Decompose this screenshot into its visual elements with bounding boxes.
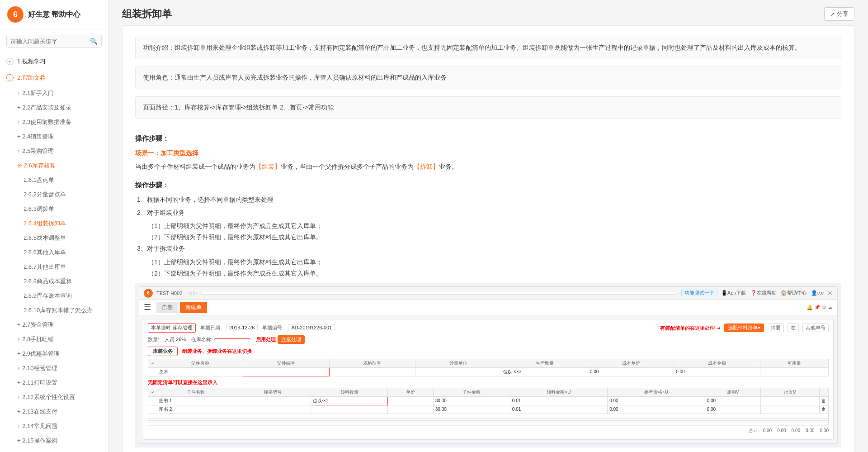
step-1: 1、根据不同的业务，选择不同单据的类型来处理 — [135, 194, 841, 205]
sidebar-item-partial-count[interactable]: 2.6.2分量盘点单 — [0, 187, 108, 202]
step-2-1: （1）上部明细为父件明细，最终作为产成品生成其它入库单； — [135, 220, 841, 232]
ss-annotation-no-bom: 无固定清单可以直接在这里录入 — [148, 379, 217, 386]
sidebar-item-other-in[interactable]: 2.6.6其他入库单 — [0, 245, 108, 260]
sidebar: 6 好生意 帮助中心 🔍 + 1.视频学习 − 2.帮助文档 + 2.1新手入门… — [0, 0, 108, 452]
ss-commit-btn[interactable]: 立案处理 — [278, 335, 305, 344]
ss-cell2-pick-amt: 0.01 — [510, 396, 607, 405]
sidebar-item-cost-recalc[interactable]: 2.6.8商品成本重算 — [0, 274, 108, 289]
ss-nav-arrows: ◁ ▷ — [188, 290, 196, 296]
ss-close-icon: ✕ — [827, 290, 833, 297]
sidebar-item-coupon[interactable]: + 2.9优惠券管理 — [0, 347, 108, 361]
ss-total-3: 0.00 — [792, 428, 800, 433]
sidebar-item-label: + 2.2产品安装及登录 — [17, 104, 71, 111]
sidebar-item-ledger-error[interactable]: 2.6.10库存账本错了怎么办 — [0, 303, 108, 318]
sidebar-item-docs[interactable]: − 2.帮助文档 — [0, 70, 108, 86]
sidebar-item-label: + 2.15操作案例 — [17, 437, 57, 444]
sidebar-item-ledger[interactable]: 2.6.9库存账本查询 — [0, 289, 108, 303]
ss-type-toggle-badge[interactable]: 库装业务 — [148, 347, 178, 356]
divider — [135, 126, 841, 126]
sidebar-item-payment[interactable]: + 2.13在线支付 — [0, 404, 108, 419]
ss-col-parent-name: 父件名称 — [157, 359, 243, 367]
ss-col-avail: 可用量 — [760, 359, 829, 367]
sidebar-item-print[interactable]: + 2.11打印设置 — [0, 376, 108, 390]
ss-lower-table-head: ✓ 子件名称 规格型号 领料数量 单价 子件金额 领料金额×U 参考价格×U 原 — [148, 388, 829, 396]
scenario1-desc: 当由多个子件材料组装成一个成品的业务为【组装】业务，当由一个父件拆分成多个子产品… — [135, 161, 841, 172]
step-3-2: （2）下部明细为子件明细，最终作为产成品生成其它入库单。 — [135, 268, 841, 279]
step-2-2: （2）下部明细为子件明细，最终作为原材料生成其它出库单。 — [135, 232, 841, 243]
step-2: 2、对于组装业务 — [135, 207, 841, 219]
share-button[interactable]: ↗ 分享 — [824, 7, 854, 21]
collapse-icon: − — [6, 74, 14, 81]
disassembly-link: 【拆卸】 — [414, 163, 439, 170]
ss-cell-cost-total: 0.00 — [674, 367, 760, 376]
path-text: 页面路径：1、库存核算->库存管理->组装拆卸单 2、首页->常用功能 — [143, 104, 334, 111]
ss-cell-check — [148, 367, 157, 376]
app-title: 好生意 帮助中心 — [28, 10, 80, 19]
ss-bom-btn[interactable]: 选配件料清单▾ — [724, 324, 764, 332]
ss-cell2-amt: 30.00 — [433, 396, 510, 405]
ss-warehouse-label: 仓库名称: — [191, 336, 212, 343]
ss-tab-new[interactable]: 新建单 — [180, 302, 207, 313]
sidebar-item-cost-adj[interactable]: 2.6.5成本调整单 — [0, 231, 108, 245]
sidebar-item-other-out[interactable]: 2.6.7其他出库单 — [0, 260, 108, 274]
ss-cell3-ref: 0.00 — [608, 405, 705, 414]
sidebar-item-label: ⊖ 2.6库存核算 — [17, 162, 56, 169]
ss-confirm-btn[interactable]: 其他单号 — [802, 324, 829, 332]
ss-cell2-ops: 🗑 — [820, 396, 829, 405]
ss-form-area: 本单据时 库存管理 单据日期: 2019-12-26 单据编号: AD-2019… — [139, 315, 837, 443]
ss-col-parent-no: 父件编号 — [243, 359, 329, 367]
assembly-link: 【组装】 — [255, 163, 281, 170]
ss-remark-btn[interactable]: 摘要 — [768, 324, 784, 332]
sidebar-item-cases[interactable]: + 2.15操作案例 — [0, 433, 108, 448]
sidebar-item-sales[interactable]: + 2.4销售管理 — [0, 129, 108, 144]
sidebar-item-settings[interactable]: + 2.12系统个性化设置 — [0, 390, 108, 404]
step-list: 1、根据不同的业务，选择不同单据的类型来处理 2、对于组装业务 （1）上部明细为… — [135, 194, 841, 279]
step-3-1: （1）上部明细为父件明细，最终作为原材料生成其它出库单； — [135, 257, 841, 268]
sidebar-item-label: 2.帮助文档 — [17, 74, 46, 82]
ss-cell-avail — [760, 367, 829, 376]
ss-col-check2: ✓ — [148, 388, 157, 396]
ss-cell3-name: 图书 2 — [157, 405, 234, 414]
sidebar-item-purchase[interactable]: + 2.5采购管理 — [0, 144, 108, 158]
ss-cell2-name: 图书 1 — [157, 396, 234, 405]
ss-date-value: 2019-12-26 — [226, 324, 258, 331]
intro-block: 功能介绍：组装拆卸单用来处理企业组装或拆卸等加工业务，支持有固定装配清单的产品加… — [135, 37, 841, 59]
ss-col-cost-total: 成本金额 — [674, 359, 760, 367]
sidebar-item-management[interactable]: + 2.10经营管理 — [0, 361, 108, 376]
search-icon[interactable]: 🔍 — [90, 38, 98, 45]
ss-cell3-spec — [234, 405, 311, 414]
ss-upper-row-1: 关木 位以 ××× 0.00 0.00 — [148, 367, 829, 376]
sidebar-item-label: + 2.1新手入门 — [17, 90, 54, 96]
ss-col-child-spec: 规格型号 — [234, 388, 311, 396]
steps-title: 操作步骤： — [135, 134, 841, 143]
ss-type-badge-text: 库装业务 — [153, 348, 173, 355]
ss-lower-row-7 — [148, 423, 829, 425]
sidebar-item-data-prep[interactable]: + 2.3使用前数据准备 — [0, 115, 108, 129]
ss-no-value: AD-20191226-001 — [288, 324, 335, 331]
sidebar-item-inventory[interactable]: ⊖ 2.6库存核算 — [0, 158, 108, 173]
sidebar-item-mobile[interactable]: + 2.8手机旺铺 — [0, 332, 108, 347]
ss-tab-natural[interactable]: 自然 — [156, 302, 178, 313]
ss-no-label: 单据编号: — [262, 324, 283, 331]
search-area: 🔍 — [0, 29, 108, 53]
ss-warehouse-input[interactable] — [214, 338, 250, 340]
search-input[interactable] — [10, 38, 90, 45]
ss-col-child-name: 子件名称 — [157, 388, 234, 396]
ss-upper-table-head: ✓ 父件名称 父件编号 规格型号 计量单位 生产数量 成本单价 成本金额 可用量 — [148, 359, 829, 367]
sidebar-item-newbie[interactable]: + 2.1新手入门 — [0, 86, 108, 100]
sidebar-item-label: + 2.9优惠券管理 — [17, 350, 60, 357]
ss-othernum-btn[interactable]: 在 — [788, 324, 799, 332]
ss-col-pick-amt: 领料金额×U — [510, 388, 607, 396]
sidebar-item-video[interactable]: + 1.视频学习 — [0, 53, 108, 70]
ss-menu-icon[interactable]: ☰ — [144, 302, 151, 312]
sidebar-item-install[interactable]: + 2.2产品安装及登录 — [0, 100, 108, 115]
sidebar-item-label: + 2.14常见问题 — [17, 423, 57, 429]
sidebar-item-finance[interactable]: + 2.7资金管理 — [0, 318, 108, 332]
sidebar-item-stock-count[interactable]: 2.6.1盘点单 — [0, 173, 108, 187]
ss-cell2-spec — [234, 396, 311, 405]
sidebar-item-assembly[interactable]: 2.6.4组装拆卸单 — [0, 216, 108, 231]
sidebar-item-transfer[interactable]: 2.6.3调拨单 — [0, 202, 108, 216]
ss-topbar: 6 TEST-H002 ◁ ▷ 功能测试一下 📱App下载 ❓在线帮助 🏠帮助中… — [139, 287, 837, 300]
ss-qty-label: 数量: — [148, 336, 159, 343]
sidebar-item-faq[interactable]: + 2.14常见问题 — [0, 419, 108, 433]
